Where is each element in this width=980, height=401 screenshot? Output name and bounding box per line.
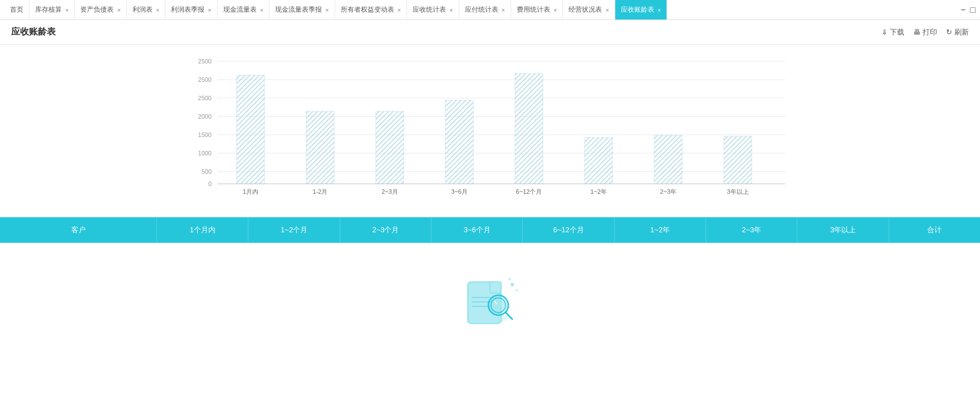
tab-close-6[interactable]: × [325, 7, 329, 13]
page-header: 应收账龄表 ⇓ 下载 🖶 打印 ↻ 刷新 [0, 20, 980, 45]
print-action[interactable]: 🖶 打印 [913, 27, 937, 37]
svg-text:2000: 2000 [198, 113, 212, 120]
tab-label-6: 现金流量表季报 [275, 5, 322, 14]
svg-text:2500: 2500 [198, 95, 212, 101]
tab-close-10[interactable]: × [553, 7, 557, 13]
svg-text:2~3月: 2~3月 [381, 188, 398, 195]
empty-state-icon [457, 265, 523, 332]
tab-item-4[interactable]: 利润表季报× [165, 0, 217, 20]
tab-label-10: 费用统计表 [517, 5, 550, 14]
download-label: 下载 [890, 27, 904, 37]
tab-item-1[interactable]: 库存核算× [30, 0, 75, 20]
tab-close-7[interactable]: × [398, 7, 401, 13]
refresh-icon: ↻ [946, 28, 952, 36]
tab-item-12[interactable]: 应收账龄表× [615, 0, 667, 20]
tab-close-11[interactable]: × [605, 7, 609, 13]
table-th-1: 1个月内 [157, 217, 248, 243]
tab-label-9: 应付统计表 [465, 5, 498, 14]
download-action[interactable]: ⇓ 下载 [881, 27, 904, 37]
svg-text:1-2月: 1-2月 [313, 188, 328, 195]
table-th-2: 1~2个月 [248, 217, 340, 243]
tabs-scroll: 首页库存核算×资产负债表×利润表×利润表季报×现金流量表×现金流量表季报×所有者… [4, 0, 961, 20]
svg-text:500: 500 [202, 168, 212, 175]
tab-close-1[interactable]: × [65, 7, 68, 13]
bar-3-6月 [445, 100, 473, 184]
maximize-button[interactable]: □ [970, 5, 976, 15]
bar-3年以上 [724, 136, 752, 184]
tab-item-10[interactable]: 费用统计表× [511, 0, 563, 20]
tab-label-7: 所有者权益变动表 [341, 5, 394, 14]
tab-item-8[interactable]: 应收统计表× [407, 0, 459, 20]
tab-item-5[interactable]: 现金流量表× [218, 0, 270, 20]
chart-area: 2500 2500 2500 2000 1500 1000 500 0 [0, 45, 980, 217]
tab-item-6[interactable]: 现金流量表季报× [270, 0, 335, 20]
svg-text:0: 0 [208, 180, 212, 187]
tab-label-1: 库存核算 [35, 5, 62, 14]
svg-text:3~6月: 3~6月 [451, 188, 468, 195]
svg-point-36 [511, 283, 514, 286]
print-icon: 🖶 [913, 28, 920, 36]
tab-close-4[interactable]: × [208, 7, 211, 13]
tab-close-9[interactable]: × [502, 7, 505, 13]
svg-text:1500: 1500 [198, 131, 212, 138]
svg-text:3年以上: 3年以上 [727, 188, 748, 195]
download-icon: ⇓ [881, 28, 888, 36]
bar-1-2年 [585, 138, 612, 184]
tab-close-3[interactable]: × [156, 7, 159, 13]
table-th-4: 3~6个月 [432, 217, 523, 243]
bar-1月内 [237, 75, 264, 184]
svg-text:2500: 2500 [198, 58, 212, 65]
tab-close-2[interactable]: × [117, 7, 120, 13]
tab-label-0: 首页 [10, 5, 23, 14]
table-header: 客户1个月内1~2个月2~3个月3~6个月6~12个月1~2年2~3年3年以上合… [0, 217, 980, 243]
tab-item-11[interactable]: 经营状况表× [563, 0, 615, 20]
tab-label-5: 现金流量表 [223, 5, 257, 14]
bar-2-3月 [376, 111, 404, 184]
tab-label-4: 利润表季报 [171, 5, 204, 14]
tab-bar-actions: − □ [961, 5, 976, 15]
tab-item-7[interactable]: 所有者权益变动表× [335, 0, 407, 20]
table-th-8: 3年以上 [797, 217, 889, 243]
minimize-button[interactable]: − [961, 5, 966, 15]
table-th-5: 6~12个月 [523, 217, 614, 243]
svg-text:2500: 2500 [198, 76, 212, 83]
print-label: 打印 [923, 27, 937, 37]
tab-close-5[interactable]: × [260, 7, 263, 13]
tab-close-12[interactable]: × [658, 7, 661, 13]
svg-text:1000: 1000 [198, 150, 212, 157]
refresh-action[interactable]: ↻ 刷新 [946, 27, 969, 37]
bar-6-12月 [515, 74, 543, 184]
tab-label-2: 资产负债表 [80, 5, 114, 14]
bar-chart: 2500 2500 2500 2000 1500 1000 500 0 [184, 56, 796, 212]
tab-label-8: 应收统计表 [413, 5, 446, 14]
bar-1-2月 [306, 111, 334, 184]
tab-item-2[interactable]: 资产负债表× [75, 0, 126, 20]
tab-label-3: 利润表 [133, 5, 153, 14]
page-title: 应收账龄表 [11, 26, 56, 38]
tab-item-0[interactable]: 首页 [4, 0, 30, 20]
svg-point-37 [516, 289, 518, 291]
tab-label-11: 经营状况表 [569, 5, 602, 14]
svg-text:1~2年: 1~2年 [590, 188, 607, 195]
tab-item-9[interactable]: 应付统计表× [459, 0, 511, 20]
table-th-7: 2~3年 [706, 217, 797, 243]
tab-item-3[interactable]: 利润表× [127, 0, 165, 20]
refresh-label: 刷新 [954, 27, 969, 37]
svg-rect-28 [490, 282, 501, 293]
chart-svg-wrapper: 2500 2500 2500 2000 1500 1000 500 0 [17, 56, 963, 212]
svg-point-33 [491, 298, 506, 312]
tab-close-8[interactable]: × [449, 7, 453, 13]
tab-bar: 首页库存核算×资产负债表×利润表×利润表季报×现金流量表×现金流量表季报×所有者… [0, 0, 980, 20]
table-th-3: 2~3个月 [340, 217, 432, 243]
empty-state [0, 243, 980, 354]
table-th-9: 合计 [889, 217, 980, 243]
svg-text:6~12个月: 6~12个月 [516, 188, 542, 195]
svg-text:2~3年: 2~3年 [660, 188, 677, 195]
svg-text:1月内: 1月内 [243, 188, 258, 195]
svg-point-38 [508, 278, 511, 280]
main-content: 2500 2500 2500 2000 1500 1000 500 0 [0, 45, 980, 401]
table-th-6: 1~2年 [615, 217, 706, 243]
header-actions: ⇓ 下载 🖶 打印 ↻ 刷新 [881, 27, 969, 37]
tab-label-12: 应收账龄表 [621, 5, 654, 14]
bar-2-3年 [654, 135, 682, 184]
